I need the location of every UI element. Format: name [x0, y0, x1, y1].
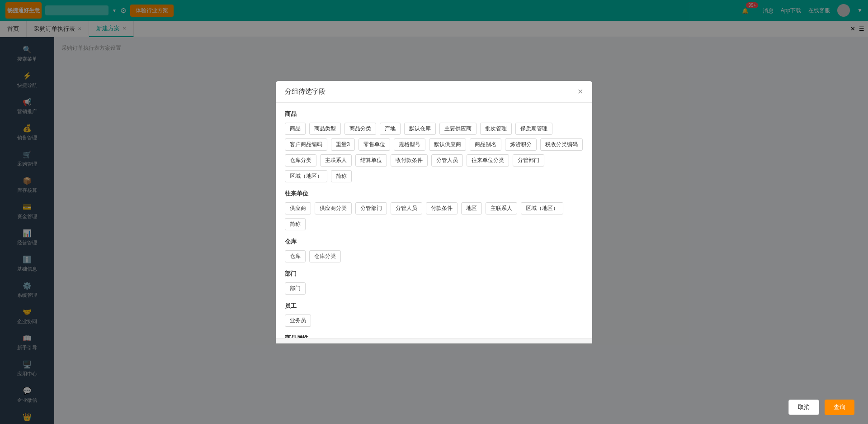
field-tag[interactable]: 默认供应商 [429, 138, 466, 151]
section-goods-attr: 商品属性 属性 颜色 多规格 尺码 鞋码 1 [285, 334, 583, 338]
field-tag[interactable]: 主联系人 [486, 202, 517, 214]
modal-body: 商品 商品 商品类型 商品分类 产地 默认仓库 主要供应商 批次管理 保质期管理… [276, 103, 592, 338]
modal-header: 分组待选字段 ✕ [276, 81, 592, 103]
section-department: 部门 部门 [285, 270, 583, 295]
section-partners: 往来单位 供应商 供应商分类 分管部门 分管人员 付款条件 地区 主联系人 区域… [285, 190, 583, 230]
field-tag-employee[interactable]: 业务员 [285, 314, 311, 327]
field-tag[interactable]: 供应商 [285, 202, 311, 214]
field-tag[interactable]: 主要供应商 [439, 123, 476, 135]
field-select-modal: 分组待选字段 ✕ 商品 商品 商品类型 商品分类 产地 默认仓库 主要供应商 批… [276, 81, 592, 343]
modal-overlay: 分组待选字段 ✕ 商品 商品 商品类型 商品分类 产地 默认仓库 主要供应商 批… [0, 0, 868, 424]
confirm-button[interactable]: 查询 [825, 400, 854, 415]
modal-horizontal-scrollbar[interactable] [276, 338, 592, 343]
field-tag[interactable]: 规格型号 [394, 138, 425, 151]
field-tag[interactable]: 仓库分类 [309, 250, 341, 262]
field-tag[interactable]: 仓库 [285, 250, 306, 262]
field-tag[interactable]: 分管人员 [431, 154, 463, 167]
section-goods-title: 商品 [285, 110, 583, 118]
section-warehouse: 仓库 仓库 仓库分类 [285, 238, 583, 262]
field-tag[interactable]: 分管部门 [355, 202, 387, 214]
field-tag[interactable]: 产地 [380, 123, 401, 135]
field-tag[interactable]: 商品别名 [470, 138, 501, 151]
section-employee-title: 员工 [285, 302, 583, 310]
section-partners-grid: 供应商 供应商分类 分管部门 分管人员 付款条件 地区 主联系人 区域（地区） … [285, 202, 583, 230]
footer-buttons: 取消 查询 [788, 400, 854, 415]
field-tag[interactable]: 税收分类编码 [540, 138, 583, 151]
section-department-title: 部门 [285, 270, 583, 278]
field-tag[interactable]: 区域（地区） [285, 170, 327, 182]
field-tag[interactable]: 简称 [285, 218, 306, 230]
field-tag[interactable]: 简称 [331, 170, 352, 182]
field-tag[interactable]: 往来单位分类 [467, 154, 509, 167]
field-tag[interactable]: 收付款条件 [391, 154, 428, 167]
modal-title: 分组待选字段 [285, 87, 326, 96]
field-tag[interactable]: 付款条件 [426, 202, 458, 214]
field-tag[interactable]: 商品分类 [344, 123, 376, 135]
field-tag[interactable]: 炼货积分 [505, 138, 537, 151]
section-employee: 员工 业务员 [285, 302, 583, 327]
cancel-button[interactable]: 取消 [788, 400, 819, 415]
field-tag[interactable]: 主联系人 [320, 154, 352, 167]
section-goods-grid: 商品 商品类型 商品分类 产地 默认仓库 主要供应商 批次管理 保质期管理 客户… [285, 123, 583, 182]
field-tag[interactable]: 分管部门 [513, 154, 544, 167]
section-warehouse-title: 仓库 [285, 238, 583, 246]
field-tag[interactable]: 部门 [285, 282, 306, 295]
field-tag[interactable]: 供应商分类 [315, 202, 352, 214]
field-tag[interactable]: 重量3 [331, 138, 355, 151]
field-tag[interactable]: 结算单位 [355, 154, 387, 167]
field-tag[interactable]: 零售单位 [359, 138, 390, 151]
field-tag[interactable]: 区域（地区） [521, 202, 563, 214]
field-tag[interactable]: 默认仓库 [404, 123, 436, 135]
field-tag[interactable]: 商品类型 [309, 123, 341, 135]
field-tag[interactable]: 商品 [285, 123, 306, 135]
field-tag[interactable]: 批次管理 [480, 123, 512, 135]
section-goods: 商品 商品 商品类型 商品分类 产地 默认仓库 主要供应商 批次管理 保质期管理… [285, 110, 583, 182]
field-tag[interactable]: 保质期管理 [515, 123, 552, 135]
field-tag[interactable]: 分管人员 [391, 202, 422, 214]
field-tag[interactable]: 客户商品编码 [285, 138, 327, 151]
section-employee-grid: 业务员 [285, 314, 583, 327]
field-tag[interactable]: 地区 [461, 202, 482, 214]
section-partners-title: 往来单位 [285, 190, 583, 198]
modal-close-button[interactable]: ✕ [577, 87, 583, 96]
section-warehouse-grid: 仓库 仓库分类 [285, 250, 583, 262]
section-goods-attr-title: 商品属性 [285, 334, 583, 338]
field-tag[interactable]: 仓库分类 [285, 154, 316, 167]
section-department-grid: 部门 [285, 282, 583, 295]
